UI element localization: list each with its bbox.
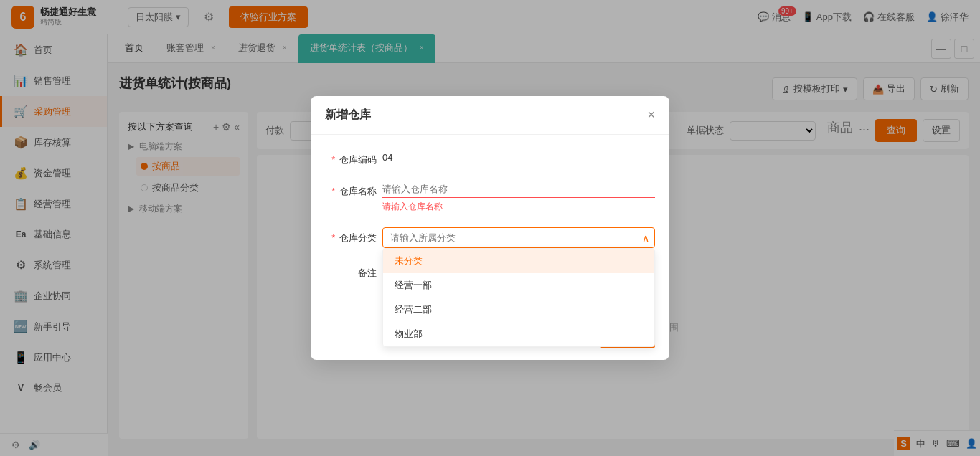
category-field-row: * 仓库分类 ∧ 未分类 经营一部 经营二部 物业部 [325, 227, 655, 248]
category-dropdown: 未分类 经营一部 经营二部 物业部 [382, 248, 655, 347]
modal-close-button[interactable]: × [647, 108, 655, 123]
category-label: * 仓库分类 [325, 227, 382, 244]
dropdown-item-dept2[interactable]: 经营二部 [383, 298, 654, 322]
modal-body: * 仓库编码 * 仓库名称 请输入仓库名称 * 仓库分类 [311, 135, 669, 318]
add-warehouse-modal: 新增仓库 × * 仓库编码 * 仓库名称 请输入仓库名称 [311, 96, 669, 360]
note-label: 备注 [325, 262, 382, 280]
modal-header: 新增仓库 × [311, 96, 669, 135]
modal-title: 新增仓库 [325, 108, 371, 123]
category-select-wrapper: ∧ 未分类 经营一部 经营二部 物业部 [382, 227, 655, 248]
category-input[interactable] [382, 227, 655, 248]
dropdown-item-unclassified[interactable]: 未分类 [383, 249, 654, 273]
code-label: * 仓库编码 [325, 149, 382, 166]
name-error-message: 请输入仓库名称 [382, 201, 655, 213]
code-field-row: * 仓库编码 [325, 149, 655, 166]
name-input[interactable] [382, 181, 655, 198]
name-label: * 仓库名称 [325, 181, 382, 198]
dropdown-item-dept1[interactable]: 经营一部 [383, 273, 654, 298]
name-field-row: * 仓库名称 请输入仓库名称 [325, 181, 655, 213]
code-input[interactable] [382, 149, 655, 166]
chevron-up-icon: ∧ [642, 232, 649, 244]
dropdown-item-dept3[interactable]: 物业部 [383, 322, 654, 346]
